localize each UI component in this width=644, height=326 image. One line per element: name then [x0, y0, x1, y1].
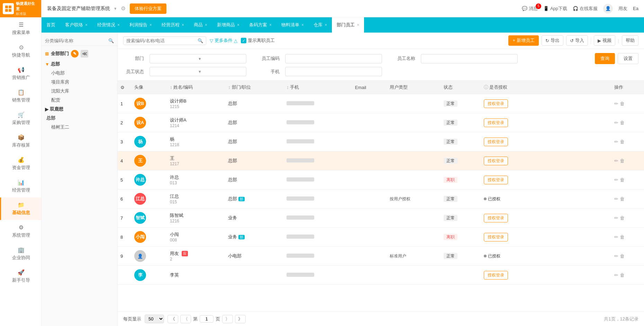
tree-item-shenyang[interactable]: 沈阳大库	[42, 87, 117, 96]
online-support-btn[interactable]: 🎧 在线客服	[573, 6, 598, 12]
emp-code-input[interactable]	[285, 54, 382, 63]
more-filter-btn[interactable]: ▽ 更多条件 △	[210, 37, 237, 44]
tab-new-goods[interactable]: 新增商品 ×	[212, 17, 244, 33]
auth-btn[interactable]: 授权登录	[484, 233, 508, 241]
view-btn[interactable]: ▶ 视频	[594, 35, 615, 46]
message-btn[interactable]: 💬 5 消息	[522, 6, 538, 12]
experience-btn[interactable]: 体验行业方案	[130, 3, 166, 14]
add-employee-btn[interactable]: + 新增员工	[508, 35, 538, 46]
delete-btn[interactable]: 🗑	[620, 253, 625, 259]
tree-collapse-btn[interactable]: ≪	[81, 50, 88, 58]
delete-btn[interactable]: 🗑	[620, 158, 625, 164]
avatar-cell: 李	[131, 266, 167, 285]
tree-edit-btn[interactable]: ✎	[71, 50, 79, 58]
name-cell: 设计师B 1215	[167, 94, 225, 113]
delete-btn[interactable]: 🗑	[620, 120, 625, 125]
auth-btn[interactable]: 授权登录	[484, 138, 508, 146]
tree-group-shuanglu[interactable]: ▶ 双鹿想	[42, 105, 117, 114]
sidebar-item-inventory[interactable]: 📦 库存核算	[0, 130, 41, 152]
show-resigned-toggle[interactable]: ✓ 显示离职员工	[241, 37, 275, 44]
sidebar-item-operations[interactable]: 📊 经营管理	[0, 175, 41, 197]
auth-btn[interactable]: 授权登录	[484, 118, 508, 127]
first-page-btn[interactable]: 《	[167, 315, 178, 323]
sidebar-item-purchase[interactable]: 🛒 采购管理	[0, 107, 41, 130]
auth-btn[interactable]: 授权登录	[484, 271, 508, 280]
auth-btn[interactable]: 授权登录	[484, 176, 508, 184]
basic-info-icon: 📁	[18, 202, 25, 208]
edit-btn[interactable]: ✏	[614, 253, 618, 259]
col-auth: ⓘ 是否授权	[481, 81, 542, 94]
tree-item-zhishu[interactable]: 植树王二	[42, 123, 117, 132]
page-input[interactable]	[200, 315, 214, 323]
auth-btn[interactable]: 授权登录	[484, 99, 508, 108]
delete-btn[interactable]: 🗑	[620, 101, 625, 106]
edit-btn[interactable]: ✏	[614, 196, 618, 202]
auth-btn[interactable]: 授权登录	[484, 157, 508, 165]
next-page-btn[interactable]: 〉	[222, 315, 233, 323]
edit-btn[interactable]: ✏	[614, 158, 618, 164]
last-page-btn[interactable]: 》	[235, 315, 246, 323]
table-row: 4 王 王 1217 总部 正常 授权登录 ✏ 🗑	[118, 151, 644, 170]
tree-item-peihuo[interactable]: 配货	[42, 96, 117, 105]
delete-btn[interactable]: 🗑	[620, 215, 625, 221]
tab-warehouse[interactable]: 仓库 ×	[309, 17, 332, 33]
tab-home[interactable]: 首页	[42, 17, 60, 33]
edit-btn[interactable]: ✏	[614, 101, 618, 106]
tab-history[interactable]: 经营历程 ×	[157, 17, 189, 33]
edit-btn[interactable]: ✏	[614, 234, 618, 240]
help-btn[interactable]: 帮助	[622, 35, 638, 46]
edit-btn[interactable]: ✏	[614, 120, 618, 125]
sidebar-item-finance[interactable]: 💰 资金管理	[0, 152, 41, 175]
query-btn[interactable]: 查询	[595, 53, 615, 64]
tab-barcode[interactable]: 条码方案 ×	[244, 17, 276, 33]
sidebar-item-search-menu[interactable]: ☰ 搜索菜单	[0, 17, 41, 40]
tree-group-zongbu2[interactable]: 总部	[42, 114, 117, 123]
edit-btn[interactable]: ✏	[614, 177, 618, 183]
delete-btn[interactable]: 🗑	[620, 139, 625, 144]
avatar: 王	[134, 155, 146, 167]
tree-group-zongbu[interactable]: ▼ 总部	[42, 60, 117, 69]
app-download-btn[interactable]: 📱 App下载	[543, 6, 567, 12]
page-size-select[interactable]: 50 100	[145, 315, 164, 323]
sidebar-item-enterprise[interactable]: 🏢 企业协同	[0, 243, 41, 265]
phone-input[interactable]	[285, 67, 382, 76]
tab-bom[interactable]: 物料清单 ×	[276, 17, 309, 33]
settings-btn[interactable]: 设置	[618, 53, 638, 64]
export-btn[interactable]: ↻ 导出	[542, 35, 563, 46]
tab-business[interactable]: 经营情况 ×	[92, 17, 125, 33]
tab-goods[interactable]: 商品 ×	[189, 17, 212, 33]
settings-col-icon[interactable]: ⚙	[120, 85, 125, 90]
tab-dept-staff[interactable]: 部门员工 ×	[332, 17, 364, 33]
import-btn[interactable]: ↺ 导入	[566, 35, 588, 46]
status-badge: 正常	[444, 253, 457, 259]
filter-up-icon: △	[234, 38, 237, 43]
avatar-cell: 设B	[131, 94, 167, 113]
edit-btn[interactable]: ✏	[614, 139, 618, 144]
edit-btn[interactable]: ✏	[614, 272, 618, 278]
sidebar-item-marketing[interactable]: 📢 营销推广	[0, 62, 41, 85]
email-cell	[352, 113, 387, 132]
prev-page-btn[interactable]: 〈	[180, 315, 191, 323]
emp-name-input[interactable]	[421, 54, 518, 63]
delete-btn[interactable]: 🗑	[620, 196, 625, 202]
status-select[interactable]: ▾	[149, 67, 246, 76]
auth-btn[interactable]: 授权登录	[484, 214, 508, 222]
delete-btn[interactable]: 🗑	[620, 234, 625, 240]
delete-btn[interactable]: 🗑	[620, 177, 625, 183]
sidebar-item-sales[interactable]: 📋 销售管理	[0, 85, 41, 107]
search-input[interactable]	[126, 38, 196, 43]
col-avatar: 头像	[131, 81, 167, 94]
sidebar-item-quick-nav[interactable]: ⊙ 快捷导航	[0, 40, 41, 62]
edit-btn[interactable]: ✏	[614, 215, 618, 221]
tab-customer[interactable]: 客户联络 ×	[60, 17, 92, 33]
tree-item-xiangmu[interactable]: 项目库房	[42, 78, 117, 87]
dept-select[interactable]: ▾	[149, 54, 246, 63]
sidebar-item-basic-info[interactable]: 📁 基础信息	[0, 197, 41, 220]
tree-item-xiaodian[interactable]: 小电部	[42, 69, 117, 78]
settings-icon[interactable]: ⚙	[121, 5, 126, 12]
delete-btn[interactable]: 🗑	[620, 272, 625, 278]
sidebar-item-system[interactable]: ⚙ 系统管理	[0, 220, 41, 243]
tree-search-input[interactable]	[45, 38, 108, 43]
sidebar-item-newbie[interactable]: 🚀 新手引导	[0, 265, 41, 288]
tab-profit[interactable]: 利润报告 ×	[125, 17, 157, 33]
